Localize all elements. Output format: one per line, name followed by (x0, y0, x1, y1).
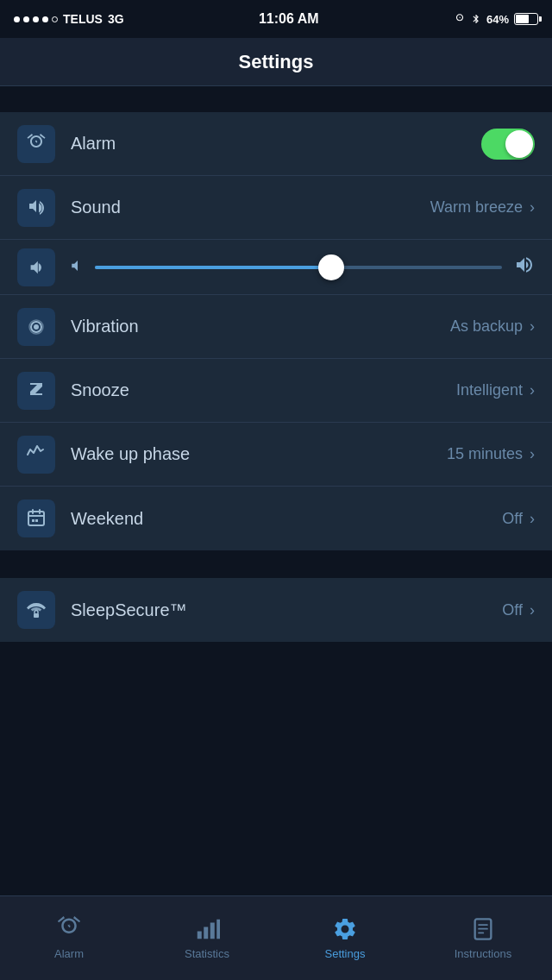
wakeup-row[interactable]: Wake up phase 15 minutes › (0, 423, 552, 487)
battery-icon (514, 13, 538, 25)
svg-rect-13 (216, 920, 220, 939)
bluetooth-icon (471, 13, 481, 25)
snooze-icon (26, 380, 47, 401)
sleep-secure-value: Off (502, 601, 523, 619)
tab-statistics-icon (194, 916, 220, 942)
slider-fill (95, 266, 331, 269)
svg-rect-10 (198, 932, 202, 939)
tab-statistics[interactable]: Statistics (138, 896, 276, 980)
tab-instructions-label: Instructions (455, 947, 511, 960)
svg-rect-7 (32, 519, 34, 522)
sleep-secure-label: SleepSecure™ (71, 600, 502, 620)
mid-spacer (0, 550, 552, 575)
weekend-icon-box (17, 499, 55, 537)
network-label: 3G (108, 12, 124, 26)
vibration-icon (26, 317, 47, 337)
sleep-secure-icon-box (17, 591, 55, 629)
alarm-icon-box (17, 125, 55, 163)
weekend-label: Weekend (71, 509, 502, 529)
tab-statistics-label: Statistics (185, 947, 229, 960)
vibration-value: As backup (450, 317, 523, 336)
top-spacer (0, 86, 552, 112)
alarm-row[interactable]: Alarm (0, 112, 552, 176)
volume-row (0, 240, 552, 295)
signal-dots (14, 16, 58, 22)
snooze-label: Snooze (71, 380, 456, 400)
tab-alarm-icon (56, 916, 82, 942)
sound-icon (26, 198, 47, 218)
battery-fill (516, 15, 529, 23)
tab-instructions[interactable]: Instructions (414, 896, 552, 980)
wakeup-chevron: › (530, 445, 535, 463)
signal-dot-3 (33, 16, 39, 22)
snooze-icon-box (17, 372, 55, 410)
signal-dot-2 (23, 16, 29, 22)
svg-rect-9 (34, 613, 39, 618)
alarm-toggle[interactable] (481, 129, 535, 160)
settings-section: Alarm Sound Warm breeze › Vi (0, 112, 552, 550)
page-title: Settings (239, 51, 314, 73)
signal-dot-4 (42, 16, 48, 22)
volume-high-icon (514, 254, 535, 280)
volume-icon-box (17, 248, 55, 286)
battery-percent: 64% (486, 13, 509, 26)
sound-label: Sound (71, 198, 430, 217)
sound-row[interactable]: Sound Warm breeze › (0, 176, 552, 240)
sleep-secure-chevron: › (530, 601, 535, 619)
toggle-thumb (505, 130, 533, 158)
alarm-label: Alarm (71, 134, 481, 154)
svg-rect-8 (35, 519, 38, 522)
sound-chevron: › (530, 198, 535, 217)
vibration-icon-box (17, 308, 55, 346)
sound-icon-box (17, 189, 55, 227)
weekend-row[interactable]: Weekend Off › (0, 487, 552, 550)
tab-bar: Alarm Statistics Settings Instructions (0, 895, 552, 980)
status-right: 64% (454, 13, 538, 26)
page-header: Settings (0, 38, 552, 86)
snooze-row[interactable]: Snooze Intelligent › (0, 359, 552, 423)
tab-settings[interactable]: Settings (276, 896, 414, 980)
wakeup-value: 15 minutes (447, 445, 523, 463)
wakeup-label: Wake up phase (71, 444, 447, 464)
vibration-label: Vibration (71, 317, 450, 336)
snooze-value: Intelligent (456, 381, 523, 399)
tab-settings-icon (332, 916, 358, 942)
alarm-status-icon (454, 13, 466, 25)
svg-rect-3 (28, 512, 44, 525)
wakeup-icon (26, 444, 47, 465)
weekend-chevron: › (530, 510, 535, 528)
signal-dot-1 (14, 16, 20, 22)
weekend-icon (26, 508, 47, 529)
alarm-icon (26, 134, 47, 154)
weekend-value: Off (502, 510, 523, 528)
svg-rect-11 (204, 927, 208, 939)
signal-dot-5 (52, 16, 58, 22)
tab-alarm[interactable]: Alarm (0, 896, 138, 980)
tab-alarm-label: Alarm (54, 947, 84, 960)
vibration-row[interactable]: Vibration As backup › (0, 295, 552, 359)
slider-thumb[interactable] (318, 254, 344, 280)
volume-slider[interactable] (95, 266, 502, 269)
vibration-chevron: › (530, 317, 535, 336)
status-time: 11:06 AM (259, 11, 319, 27)
wakeup-icon-box (17, 436, 55, 474)
status-bar: TELUS 3G 11:06 AM 64% (0, 0, 552, 38)
snooze-chevron: › (530, 381, 535, 399)
svg-rect-15 (478, 924, 488, 926)
volume-low-icon (67, 258, 83, 277)
tab-instructions-icon (471, 916, 495, 942)
svg-rect-17 (478, 933, 484, 934)
svg-rect-16 (478, 928, 488, 930)
svg-point-1 (34, 324, 39, 330)
sleep-secure-section: SleepSecure™ Off › (0, 578, 552, 642)
status-left: TELUS 3G (14, 12, 124, 26)
volume-icon (27, 258, 46, 277)
carrier-label: TELUS (63, 12, 103, 26)
sound-value: Warm breeze (430, 198, 523, 217)
svg-rect-12 (210, 923, 215, 939)
sleep-secure-icon (26, 600, 47, 620)
sleep-secure-row[interactable]: SleepSecure™ Off › (0, 578, 552, 642)
tab-settings-label: Settings (325, 947, 366, 960)
